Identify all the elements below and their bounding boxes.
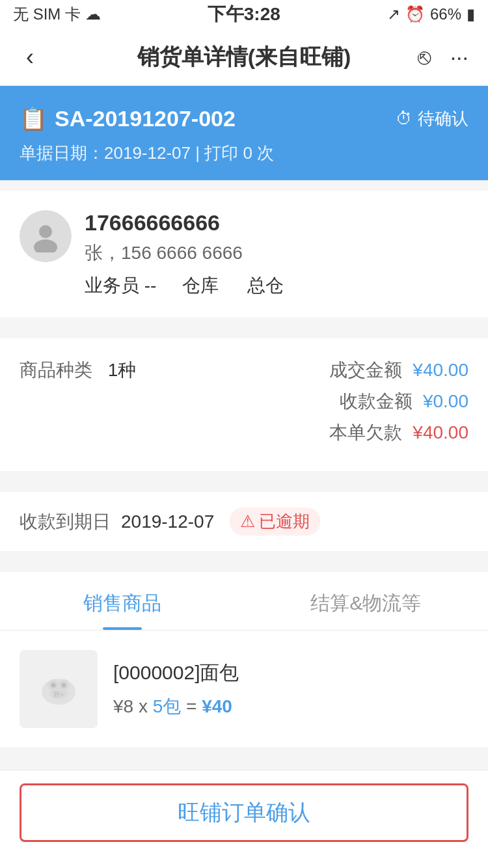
svg-point-8 [62, 684, 66, 687]
page-title: 销货单详情(来自旺铺) [137, 42, 351, 72]
warning-icon: ⚠ [240, 511, 255, 532]
confirm-order-button[interactable]: 旺铺订单确认 [20, 783, 468, 842]
tab-settlement[interactable]: 结算&物流等 [244, 572, 488, 630]
overdue-badge: ⚠ 已逾期 [230, 508, 320, 536]
price-qty: 5包 [153, 696, 182, 716]
avatar-icon [29, 220, 62, 252]
svg-text:野+: 野+ [53, 691, 64, 698]
product-item: 野+ [0000002]面包 ¥8 x 5包 = ¥40 [0, 631, 488, 748]
received-label: 收款金额 [340, 389, 413, 414]
customer-contact: 张，156 6666 6666 [85, 241, 468, 265]
product-details: [0000002]面包 ¥8 x 5包 = ¥40 [113, 660, 468, 719]
product-price: ¥8 x 5包 = ¥40 [113, 694, 468, 719]
divider-4 [0, 562, 488, 572]
trade-amount-label: 成交金额 [329, 358, 402, 383]
stats-section: 商品种类 1种 成交金额 ¥40.00 收款金额 ¥0.00 本单欠款 ¥40.… [0, 338, 488, 471]
trade-amount-row: 成交金额 ¥40.00 [329, 358, 468, 383]
product-name: [0000002]面包 [113, 660, 468, 686]
due-section: 收款到期日 2019-12-07 ⚠ 已逾期 [0, 492, 488, 551]
svg-point-0 [39, 225, 52, 238]
owed-row: 本单欠款 ¥40.00 [329, 420, 468, 445]
price-total: ¥40 [202, 696, 232, 716]
avatar [20, 210, 72, 262]
back-button[interactable]: ‹ [20, 37, 40, 77]
location-icon: ↗ [387, 5, 400, 23]
svg-point-7 [52, 684, 55, 687]
more-button[interactable]: ··· [450, 44, 468, 70]
order-header: 📋 SA-20191207-002 ⏱ 待确认 单据日期：2019-12-07 … [0, 86, 488, 180]
order-type-icon: 📋 [20, 105, 47, 131]
due-label: 收款到期日 [20, 509, 111, 534]
alarm-icon: ⏰ [405, 5, 425, 23]
status-time: 下午3:28 [208, 2, 280, 27]
customer-phone: 17666666666 [85, 210, 468, 236]
customer-row: 17666666666 张，156 6666 6666 业务员 -- 仓库 总仓 [20, 210, 468, 298]
status-left: 无 SIM 卡 ☁ [13, 4, 101, 25]
due-date: 2019-12-07 [121, 511, 214, 532]
tab-products[interactable]: 销售商品 [0, 572, 244, 630]
share-button[interactable]: ⎋ [418, 44, 431, 70]
nav-actions: ⎋ ··· [418, 44, 468, 70]
stats-row: 商品种类 1种 成交金额 ¥40.00 收款金额 ¥0.00 本单欠款 ¥40.… [20, 358, 468, 452]
divider-3 [0, 481, 488, 492]
owed-value: ¥40.00 [413, 422, 468, 443]
stats-right: 成交金额 ¥40.00 收款金额 ¥0.00 本单欠款 ¥40.00 [329, 358, 468, 452]
order-header-top: 📋 SA-20191207-002 ⏱ 待确认 [20, 105, 468, 131]
order-date: 单据日期：2019-12-07 | 打印 0 次 [20, 142, 468, 165]
product-logo-icon: 野+ [33, 663, 85, 715]
no-sim-text: 无 SIM 卡 ☁ [13, 4, 101, 25]
customer-section: 17666666666 张，156 6666 6666 业务员 -- 仓库 总仓 [0, 191, 488, 318]
battery-icon: ▮ [467, 5, 475, 23]
clock-icon: ⏱ [396, 109, 413, 129]
price-unit: ¥8 x [113, 696, 153, 716]
received-row: 收款金额 ¥0.00 [329, 389, 468, 414]
battery-text: 66% [430, 5, 461, 23]
warehouse-field: 仓库 总仓 [182, 273, 284, 298]
svg-point-1 [34, 239, 57, 252]
divider-1 [0, 180, 488, 191]
trade-amount-value: ¥40.00 [413, 360, 468, 381]
status-bar: 无 SIM 卡 ☁ 下午3:28 ↗ ⏰ 66% ▮ [0, 0, 488, 29]
customer-info: 17666666666 张，156 6666 6666 业务员 -- 仓库 总仓 [85, 210, 468, 298]
product-thumbnail: 野+ [20, 650, 98, 728]
salesperson-field: 业务员 -- [85, 273, 156, 298]
product-type-value: 1种 [108, 360, 137, 380]
price-equals: = [181, 696, 202, 716]
nav-bar: ‹ 销货单详情(来自旺铺) ⎋ ··· [0, 29, 488, 86]
divider-2 [0, 328, 488, 338]
order-number: 📋 SA-20191207-002 [20, 105, 236, 131]
tabs-section: 销售商品 结算&物流等 野+ [0000002]面包 ¥8 [0, 572, 488, 748]
tabs-bar: 销售商品 结算&物流等 [0, 572, 488, 631]
order-status: ⏱ 待确认 [396, 107, 468, 130]
customer-meta: 业务员 -- 仓库 总仓 [85, 273, 468, 298]
bottom-bar: 旺铺订单确认 [0, 770, 488, 868]
owed-label: 本单欠款 [329, 420, 402, 445]
stats-left: 商品种类 1种 [20, 358, 136, 383]
received-value: ¥0.00 [423, 391, 468, 412]
status-right: ↗ ⏰ 66% ▮ [387, 5, 475, 23]
